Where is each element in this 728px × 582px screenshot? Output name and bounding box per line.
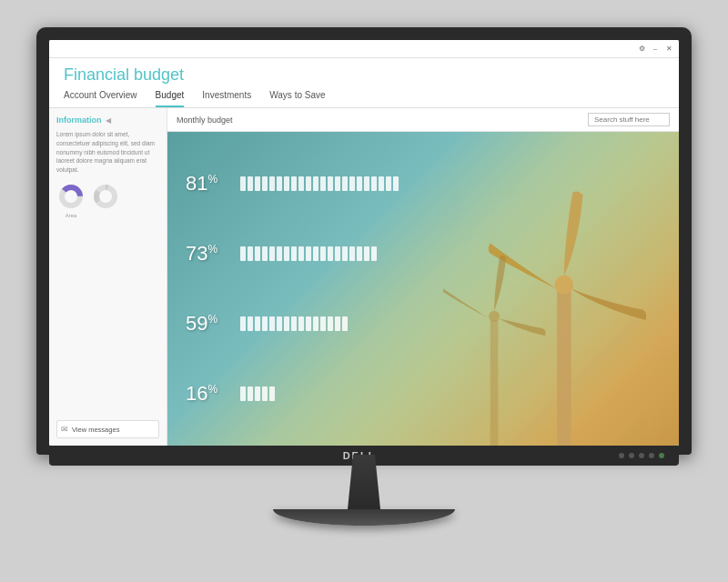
title-bar: ⚙ – ✕ [49, 40, 679, 58]
bar-segment [269, 386, 275, 401]
bar-segment [255, 316, 260, 331]
nav-ways-to-save[interactable]: Ways to Save [269, 90, 325, 107]
bar-row-2: 73% [186, 242, 661, 266]
bar-percent-3: 59% [186, 312, 233, 336]
bar-segment [306, 316, 311, 331]
main-content: Monthly budget [167, 108, 679, 446]
section-title: Monthly budget [177, 115, 233, 125]
bar-segment [262, 386, 268, 401]
monitor-button-2[interactable] [629, 453, 634, 458]
bar-percent-2: 73% [186, 242, 233, 266]
bar-segment [320, 316, 326, 331]
app-title: Financial budget [64, 65, 664, 85]
sidebar: Information ◀ Lorem ipsum dolor sit amet… [49, 108, 167, 446]
close-button[interactable]: ✕ [664, 45, 673, 54]
bar-segment [320, 176, 326, 191]
bar-row-1: 81% [186, 172, 661, 196]
bar-segment [240, 246, 246, 261]
bar-segment [335, 316, 340, 331]
screen: ⚙ – ✕ Financial budget Account Overview … [49, 40, 679, 446]
bar-row-3: 59% [186, 312, 661, 336]
bar-segment [342, 246, 348, 261]
bar-segment [269, 316, 275, 331]
nav-budget[interactable]: Budget [156, 90, 185, 107]
power-button[interactable] [659, 453, 664, 458]
bar-segment [335, 246, 340, 261]
bar-track-4 [240, 386, 275, 401]
bar-segment [291, 176, 297, 191]
bar-segment [364, 176, 369, 191]
main-toolbar: Monthly budget [167, 108, 679, 132]
bar-segment [240, 316, 246, 331]
bar-segment [313, 316, 318, 331]
bar-segment [313, 176, 318, 191]
bar-segment [328, 316, 333, 331]
donut-svg-2 [91, 182, 120, 211]
bar-segment [291, 316, 297, 331]
bar-segment [262, 316, 268, 331]
settings-icon[interactable]: ⚙ [637, 45, 646, 54]
view-messages-button[interactable]: ✉ View messages [56, 420, 159, 438]
bar-segment [277, 246, 282, 261]
nav-account-overview[interactable]: Account Overview [64, 90, 137, 107]
bar-segment [255, 176, 260, 191]
bar-segment [298, 176, 304, 191]
bar-segment [262, 246, 268, 261]
bar-segment [320, 246, 326, 261]
bar-segment [240, 386, 246, 401]
sidebar-body-text: Lorem ipsum dolor sit amet, consectetuer… [56, 130, 159, 175]
nav-investments[interactable]: Investments [202, 90, 251, 107]
donut-chart-1: Area [56, 182, 86, 218]
app-body: Information ◀ Lorem ipsum dolor sit amet… [49, 108, 679, 446]
bar-segment [371, 246, 377, 261]
bar-segment [298, 316, 304, 331]
bar-segment [248, 316, 253, 331]
bar-segment [248, 386, 253, 401]
app-header: Financial budget Account Overview Budget… [49, 58, 679, 108]
mail-icon: ✉ [61, 425, 68, 434]
bar-segment [255, 246, 260, 261]
bar-percent-4: 16% [186, 382, 233, 406]
bar-segment [328, 176, 333, 191]
bar-segment [357, 176, 362, 191]
app-container: Financial budget Account Overview Budget… [49, 58, 679, 446]
bar-segment [255, 386, 260, 401]
bar-segment [393, 176, 399, 191]
bar-segment [306, 176, 311, 191]
view-messages-label: View messages [72, 426, 119, 434]
title-bar-controls: ⚙ – ✕ [637, 45, 673, 54]
bar-track-1 [240, 176, 399, 191]
bar-segment [269, 246, 275, 261]
monitor: ⚙ – ✕ Financial budget Account Overview … [36, 27, 692, 555]
bar-segment [342, 176, 348, 191]
bar-segment [379, 176, 384, 191]
bar-segment [349, 246, 355, 261]
bar-segment [284, 316, 289, 331]
bar-segment [357, 246, 362, 261]
bar-segment [328, 246, 333, 261]
hero-area: 81% 73% 59% [167, 132, 679, 446]
bar-track-2 [240, 246, 377, 261]
bar-segment [240, 176, 246, 191]
monitor-stand-base [273, 509, 455, 526]
bar-segment [342, 316, 348, 331]
bar-segment [335, 176, 340, 191]
bar-segment [284, 246, 289, 261]
monitor-body: ⚙ – ✕ Financial budget Account Overview … [36, 27, 692, 455]
bar-segment [262, 176, 268, 191]
bar-segment [349, 176, 355, 191]
bar-segment [364, 246, 369, 261]
bar-segment [298, 246, 304, 261]
bar-segment [306, 246, 311, 261]
nav-bar: Account Overview Budget Investments Ways… [64, 90, 664, 107]
info-arrow-icon: ◀ [106, 116, 111, 125]
info-label: Information [56, 115, 102, 125]
bar-segment [313, 246, 318, 261]
monitor-buttons [619, 453, 664, 458]
monitor-button-4[interactable] [649, 453, 654, 458]
search-input[interactable] [588, 113, 670, 126]
bar-percent-1: 81% [186, 172, 233, 196]
monitor-button-1[interactable] [619, 453, 624, 458]
minimize-button[interactable]: – [651, 45, 660, 54]
monitor-button-3[interactable] [639, 453, 644, 458]
